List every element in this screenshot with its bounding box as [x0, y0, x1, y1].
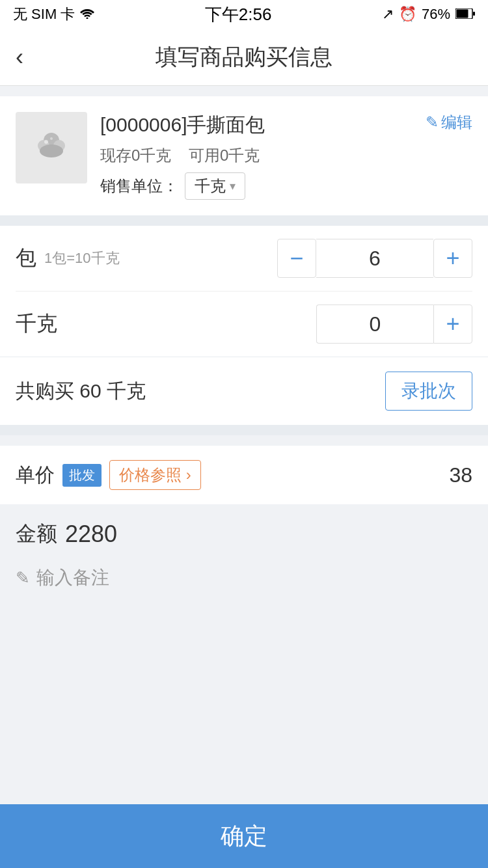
svg-point-8	[44, 140, 48, 144]
chevron-down-icon: ▾	[230, 179, 236, 193]
pack-form-section: 包 1包=10千克 − + 千克 +	[0, 226, 488, 357]
unit-value: 千克	[195, 176, 226, 197]
no-sim-text: 无 SIM 卡	[13, 5, 75, 24]
empty-space	[0, 606, 488, 801]
status-bar: 无 SIM 卡 下午2:56 ↗ ⏰ 76%	[0, 0, 488, 29]
svg-point-7	[40, 144, 63, 157]
location-icon: ↗	[382, 6, 394, 23]
battery-text: 76%	[422, 6, 450, 23]
nav-bar: ‹ 填写商品购买信息	[0, 29, 488, 86]
product-stock: 现存0千克 可用0千克	[100, 145, 472, 166]
product-unit-row: 销售单位： 千克 ▾	[100, 172, 472, 200]
back-button[interactable]: ‹	[16, 44, 23, 71]
pack-quantity-input[interactable]	[316, 239, 433, 278]
remark-placeholder: 输入备注	[36, 565, 109, 590]
product-card: [0000006]手撕面包 现存0千克 可用0千克 销售单位： 千克 ▾ ✎ 编…	[0, 96, 488, 215]
price-value: 38	[449, 463, 472, 487]
product-name: [0000006]手撕面包	[100, 112, 472, 139]
pack-quantity-control: − +	[277, 239, 472, 278]
kg-quantity-control: +	[316, 305, 472, 344]
confirm-bar[interactable]: 确定	[0, 804, 488, 868]
separator-1	[0, 215, 488, 226]
amount-label: 金额	[16, 520, 57, 549]
price-section: 单价 批发 价格参照 › 38	[0, 446, 488, 504]
product-image	[16, 112, 87, 183]
amount-value: 2280	[65, 521, 117, 548]
status-left: 无 SIM 卡	[13, 5, 94, 24]
svg-rect-2	[457, 10, 468, 18]
amount-section: 金额 2280 ✎ 输入备注	[0, 504, 488, 606]
remark-row[interactable]: ✎ 输入备注	[16, 559, 472, 606]
batch-button[interactable]: 录批次	[385, 372, 472, 411]
pack-label: 包 1包=10千克	[16, 244, 120, 273]
product-thumbnail-icon	[32, 129, 71, 167]
confirm-text: 确定	[221, 821, 267, 852]
pack-sub-text: 1包=10千克	[44, 249, 120, 268]
page-title: 填写商品购买信息	[156, 42, 332, 72]
status-right: ↗ ⏰ 76%	[382, 6, 475, 23]
stock-text: 现存0千克	[100, 146, 171, 164]
pencil-icon: ✎	[16, 568, 30, 588]
unit-label: 销售单位：	[100, 176, 178, 197]
edit-icon: ✎	[426, 113, 439, 131]
kg-increase-button[interactable]: +	[433, 305, 472, 344]
pack-row: 包 1包=10千克 − +	[16, 226, 472, 292]
battery-icon	[455, 6, 475, 23]
available-text: 可用0千克	[189, 146, 260, 164]
separator-2	[0, 425, 488, 435]
price-badge: 批发	[62, 464, 102, 487]
status-time: 下午2:56	[205, 3, 272, 26]
price-ref-button[interactable]: 价格参照 ›	[109, 460, 201, 490]
edit-button[interactable]: ✎ 编辑	[426, 112, 472, 133]
unit-select[interactable]: 千克 ▾	[185, 172, 245, 200]
svg-rect-3	[473, 12, 475, 16]
total-text: 共购买 60 千克	[16, 378, 146, 405]
svg-point-0	[87, 18, 88, 20]
pack-increase-button[interactable]: +	[433, 239, 472, 278]
kg-row: 千克 +	[16, 292, 472, 357]
alarm-icon: ⏰	[399, 6, 416, 23]
price-row: 单价 批发 价格参照 › 38	[16, 460, 472, 490]
pack-decrease-button[interactable]: −	[277, 239, 316, 278]
kg-label-text: 千克	[16, 310, 57, 338]
pack-label-text: 包	[16, 244, 36, 273]
total-row: 共购买 60 千克 录批次	[0, 357, 488, 425]
svg-point-9	[50, 137, 53, 140]
kg-label: 千克	[16, 310, 57, 338]
amount-row: 金额 2280	[16, 520, 472, 559]
kg-quantity-input[interactable]	[316, 305, 433, 344]
price-left: 单价 批发 价格参照 ›	[16, 460, 201, 490]
product-info: [0000006]手撕面包 现存0千克 可用0千克 销售单位： 千克 ▾	[100, 112, 472, 200]
wifi-icon	[80, 6, 94, 23]
edit-label: 编辑	[441, 112, 472, 133]
price-label: 单价	[16, 462, 55, 489]
